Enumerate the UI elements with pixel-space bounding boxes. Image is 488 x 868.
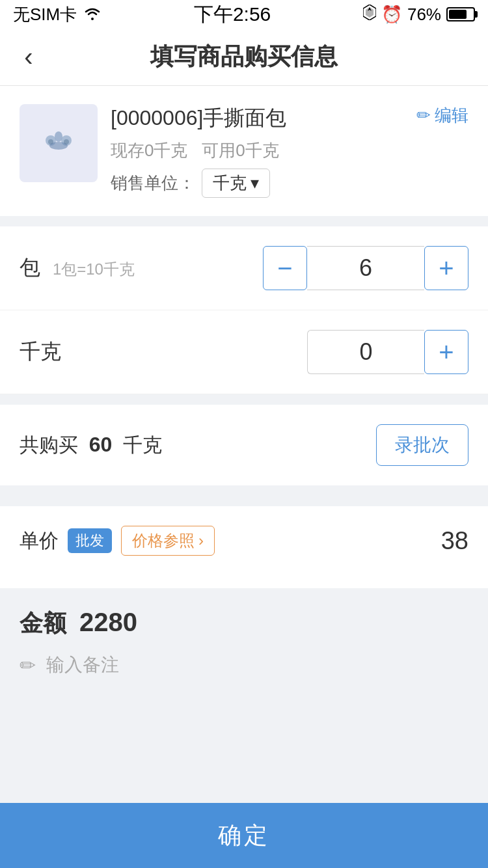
wifi-icon (83, 5, 102, 25)
unit-prefix: 销售单位： (111, 172, 195, 195)
location-icon (363, 5, 376, 25)
price-row: 单价 批发 价格参照 › 38 (20, 526, 468, 556)
product-info: [0000006]手撕面包 现存0千克 可用0千克 销售单位： 千克 ▾ (111, 104, 403, 198)
kg-quantity-input[interactable] (307, 330, 424, 374)
product-stock: 现存0千克 可用0千克 (111, 139, 403, 162)
bao-quantity-input[interactable] (307, 246, 424, 290)
pencil-icon: ✏ (20, 654, 36, 677)
confirm-label: 确定 (218, 820, 270, 852)
back-button[interactable]: ‹ (0, 29, 57, 86)
total-row: 共购买 60 千克 录批次 (0, 405, 488, 485)
product-card-right: ✏ 编辑 (416, 104, 468, 127)
stock-label: 现存0千克 (111, 141, 187, 160)
kg-quantity-row: 千克 + (0, 310, 488, 394)
bao-decrement-button[interactable]: − (263, 246, 307, 290)
bao-quantity-row: 包 1包=10千克 − + (0, 226, 488, 310)
note-placeholder: 输入备注 (46, 653, 119, 677)
bao-label: 包 1包=10千克 (20, 254, 263, 282)
bao-hint: 1包=10千克 (53, 260, 135, 278)
batch-button[interactable]: 录批次 (376, 424, 468, 466)
confirm-button[interactable]: 确定 (0, 803, 488, 868)
amount-value: 2280 (79, 608, 137, 636)
product-thumbnail (20, 104, 98, 182)
quantity-section: 包 1包=10千克 − + 千克 + (0, 226, 488, 394)
amount-section: 金额 2280 ✏ 输入备注 (0, 588, 488, 697)
ref-arrow-icon: › (198, 532, 204, 550)
price-value: 38 (441, 527, 468, 555)
svg-point-5 (64, 139, 69, 144)
product-name: [0000006]手撕面包 (111, 104, 403, 133)
price-label: 单价 (20, 528, 59, 554)
product-card: [0000006]手撕面包 现存0千克 可用0千克 销售单位： 千克 ▾ ✏ 编… (0, 86, 488, 216)
status-time: 下午2:56 (194, 1, 271, 28)
nav-bar: ‹ 填写商品购买信息 (0, 29, 488, 86)
back-icon: ‹ (24, 42, 33, 72)
content-area: [0000006]手撕面包 现存0千克 可用0千克 销售单位： 千克 ▾ ✏ 编… (0, 86, 488, 868)
battery-label: 76% (407, 5, 441, 25)
page-title: 填写商品购买信息 (150, 41, 338, 73)
kg-increment-button[interactable]: + (424, 330, 468, 374)
carrier-label: 无SIM卡 (13, 3, 77, 26)
total-text: 共购买 60 千克 (20, 432, 376, 459)
bao-controls: − + (263, 246, 468, 290)
status-left: 无SIM卡 (13, 3, 102, 26)
bao-increment-button[interactable]: + (424, 246, 468, 290)
dropdown-icon: ▾ (251, 173, 259, 193)
edit-icon: ✏ (416, 105, 431, 126)
svg-point-4 (48, 139, 53, 144)
status-bar: 无SIM卡 下午2:56 ⏰ 76% (0, 0, 488, 29)
kg-controls: + (307, 330, 468, 374)
price-tag: 批发 (68, 528, 112, 553)
available-label: 可用0千克 (202, 141, 278, 160)
kg-label: 千克 (20, 338, 307, 366)
alarm-icon: ⏰ (381, 5, 402, 25)
svg-point-2 (55, 131, 62, 142)
note-row[interactable]: ✏ 输入备注 (20, 653, 468, 677)
battery-icon (446, 7, 475, 21)
price-ref-button[interactable]: 价格参照 › (121, 526, 215, 556)
edit-button[interactable]: ✏ 编辑 (416, 104, 468, 127)
unit-selector[interactable]: 千克 ▾ (202, 169, 270, 198)
price-section: 单价 批发 价格参照 › 38 (0, 496, 488, 588)
product-unit-row: 销售单位： 千克 ▾ (111, 169, 403, 198)
edit-label: 编辑 (435, 104, 468, 127)
amount-row: 金额 2280 (20, 608, 468, 640)
status-right: ⏰ 76% (363, 5, 475, 25)
